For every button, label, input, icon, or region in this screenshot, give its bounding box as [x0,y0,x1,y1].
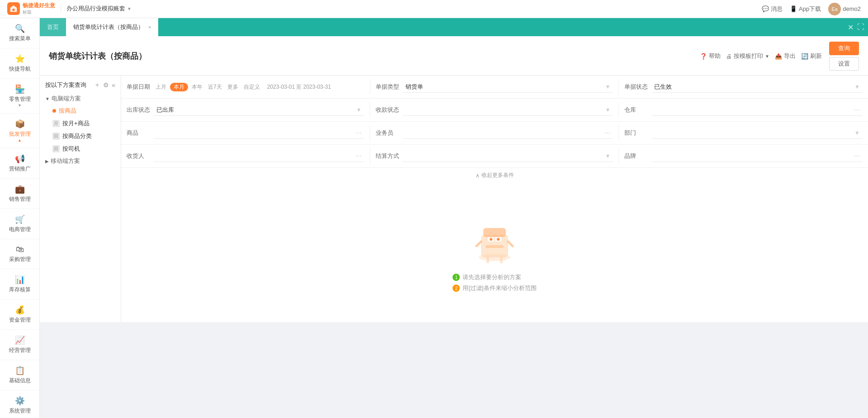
action-buttons: 查询 设置 [829,42,859,71]
chevron-icon: ▼ [18,103,22,108]
scheme-item-by-driver[interactable]: 回 按司机 [40,142,121,155]
app-download-button[interactable]: 📱 App下载 [790,5,821,13]
filter-cell-doc-status: 单据状态 已生效 ▼ [619,79,868,95]
sidebar-item-operations[interactable]: 📈 经营管理 [0,330,39,360]
sidebar-item-sales[interactable]: 💼 销售管理 [0,179,39,209]
sidebar-item-retail[interactable]: 🏪 零售管理 ▼ [0,79,39,114]
sidebar-item-basic[interactable]: 📋 基础信息 [0,360,39,390]
scheme-category-mobile[interactable]: ▶ 移动端方案 [40,155,121,167]
consignee-select[interactable]: ··· [154,150,364,162]
collapse-scheme-icon[interactable]: « [112,81,115,89]
sidebar-basic-label: 基础信息 [9,377,31,385]
scheme-panel-title: 按以下方案查询 [45,81,86,89]
filter-cell-doc-type: 单据类型 销货单 ▼ [370,79,619,95]
sidebar-item-system[interactable]: ⚙️ 系统管理 [0,390,39,418]
doc-type-select[interactable]: 销货单 ▼ [403,81,613,93]
tab-active[interactable]: 销货单统计计表（按商品） × [66,18,158,36]
filter-row-4: 收货人 ··· 结算方式 ▼ [121,145,868,168]
warehouse-select[interactable]: ··· [651,104,863,116]
tab-home-label: 首页 [47,23,59,31]
message-button[interactable]: 💬 消息 [762,5,783,13]
add-scheme-icon[interactable]: ＋ [94,81,100,89]
product-label: 商品 [127,129,154,137]
sidebar-item-marketing[interactable]: 📢 营销推广 [0,148,39,179]
print-arrow-icon: ▼ [765,54,769,59]
wh-status-select[interactable]: 已出库 ▼ [154,104,364,116]
tip-num-2: 2 [453,285,460,292]
query-button[interactable]: 查询 [829,42,859,55]
filter-cell-department: 部门 ▼ [619,125,868,141]
sidebar-sales-label: 销售管理 [9,195,31,203]
doc-status-select[interactable]: 已生效 ▼ [651,81,863,93]
brand-dots-icon: ··· [854,152,860,160]
right-panel: 单据日期 上月 本月 本年 近7天 更多 自定义 [121,76,868,322]
tab-close-window-icon[interactable]: ✕ [848,23,854,32]
main-layout: 🔍 搜索菜单 ⭐ 快捷导航 🏪 零售管理 ▼ 📦 批发管理 ▲ 📢 营销推广 💼… [0,18,868,418]
scheme-item-by-month-product[interactable]: 月 按月+商品 [40,117,121,130]
filter-cell-payment-method: 结算方式 ▼ [370,148,619,164]
shortcut-more[interactable]: 更多 [226,82,240,92]
department-select[interactable]: ▼ [651,127,863,139]
top-bar-right: 💬 消息 📱 App下载 Ea demo2 [762,3,861,15]
payment-status-select[interactable]: ▼ [403,104,613,116]
scheme-item-by-category[interactable]: 回 按商品分类 [40,130,121,142]
scheme-icon-month: 月 [52,120,60,127]
sidebar-quick-nav-label: 快捷导航 [9,65,31,73]
export-button[interactable]: 📤 导出 [775,52,796,60]
product-select[interactable]: ··· [154,127,364,139]
chevron-icon2: ▲ [18,138,22,142]
sidebar-item-wholesale[interactable]: 📦 批发管理 ▲ [0,114,39,148]
help-icon: ❓ [700,53,707,60]
shortcut-last7[interactable]: 近7天 [206,82,224,92]
scheme-panel-header: 按以下方案查询 ＋ ⚙ « [40,79,121,93]
export-icon: 📤 [775,53,782,60]
message-icon: 💬 [762,5,769,12]
filter-row-1: 单据日期 上月 本月 本年 近7天 更多 自定义 [121,76,868,99]
salesperson-select[interactable]: ··· [403,127,613,139]
sidebar-purchase-label: 采购管理 [9,256,31,263]
sidebar-search[interactable]: 🔍 搜索菜单 [0,18,39,48]
content-area: 首页 销货单统计计表（按商品） × ✕ ⛶ 销货单统计计表（按商品） [40,18,868,418]
setting-button[interactable]: 设置 [829,57,859,71]
collapse-bar[interactable]: ∧ 收起更多条件 [121,168,868,183]
sidebar-item-finance[interactable]: 💰 资金管理 [0,299,39,330]
shortcut-custom[interactable]: 自定义 [242,82,262,92]
scheme-item-by-product[interactable]: 按商品 [40,104,121,117]
app-download-label: App下载 [799,5,821,13]
search-icon: 🔍 [15,24,25,33]
sidebar-search-label: 搜索菜单 [9,35,31,43]
settings-scheme-icon[interactable]: ⚙ [103,81,109,89]
scheme-icon-category: 回 [52,133,60,140]
caret-down-icon: ▼ [45,96,50,101]
sidebar-quick-nav[interactable]: ⭐ 快捷导航 [0,48,39,79]
sidebar-item-inventory[interactable]: 📊 库存核算 [0,269,39,299]
department-caret-icon: ▼ [854,130,860,136]
brand-select[interactable]: ··· [651,150,863,162]
tab-maximize-icon[interactable]: ⛶ [857,23,864,31]
help-button[interactable]: ❓ 帮助 [700,52,721,60]
user-avatar[interactable]: Ea demo2 [828,3,861,15]
refresh-button[interactable]: 🔄 刷新 [801,52,822,60]
refresh-label: 刷新 [810,52,822,60]
sidebar-item-purchase[interactable]: 🛍 采购管理 [0,239,39,269]
doc-type-value: 销货单 [406,83,423,91]
inventory-icon: 📊 [15,275,25,285]
date-range: 2023-03-01 至 2023-03-31 [267,83,331,91]
shortcut-this-month[interactable]: 本月 [170,83,188,91]
sidebar-item-ecommerce[interactable]: 🛒 电商管理 [0,209,39,239]
scheme-category-pc[interactable]: ▼ 电脑端方案 [40,93,121,104]
template-print-button[interactable]: 🖨 按模板打印 ▼ [726,52,769,60]
payment-method-select[interactable]: ▼ [403,150,613,162]
tab-home[interactable]: 首页 [40,18,66,36]
brand-label: 品牌 [624,152,651,160]
tab-close-icon[interactable]: × [148,24,151,30]
shortcut-last-month[interactable]: 上月 [154,82,168,92]
svg-point-7 [497,238,500,241]
industry-select[interactable]: 办公用品行业模拟账套 ▼ [61,5,132,13]
refresh-icon: 🔄 [801,53,808,60]
message-label: 消息 [771,5,783,13]
shortcut-this-year[interactable]: 本年 [190,82,204,92]
sales-icon: 💼 [15,184,25,194]
wh-status-value: 已出库 [156,106,174,114]
sidebar-system-label: 系统管理 [9,407,31,415]
